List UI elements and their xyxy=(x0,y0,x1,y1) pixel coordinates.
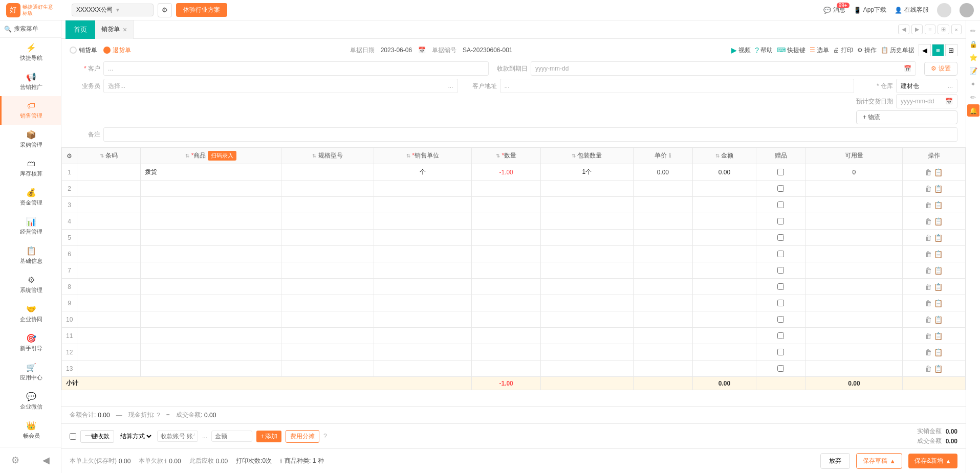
gift-checkbox[interactable] xyxy=(777,332,784,339)
gift-cell[interactable] xyxy=(756,361,805,377)
product-cell[interactable] xyxy=(141,213,281,230)
qty-cell[interactable] xyxy=(472,311,541,328)
delete-row-btn[interactable]: 🗑 xyxy=(925,201,932,209)
product-cell[interactable] xyxy=(141,246,281,262)
radio-sales-btn[interactable] xyxy=(70,47,77,54)
sort-icon6[interactable]: ⇅ xyxy=(572,153,576,159)
amount-cell[interactable] xyxy=(693,246,756,262)
amount-cell[interactable] xyxy=(693,230,756,246)
amount-cell[interactable] xyxy=(693,328,756,344)
product-cell[interactable] xyxy=(141,328,281,344)
barcode-cell[interactable] xyxy=(77,197,141,213)
product-cell[interactable] xyxy=(141,262,281,279)
sidebar-item-wechat[interactable]: 💬 企业微信 xyxy=(0,387,61,416)
radio-return[interactable]: 退货单 xyxy=(103,46,131,55)
unit-price-cell[interactable] xyxy=(633,361,693,377)
settings-button[interactable]: ⚙ xyxy=(158,3,172,17)
copy-row-btn[interactable]: 📋 xyxy=(934,316,943,324)
right-panel-btn-3[interactable]: ⭐ xyxy=(967,51,979,63)
tab-close-icon[interactable]: × xyxy=(123,26,127,34)
pack-qty-cell[interactable] xyxy=(541,279,633,295)
spec-cell[interactable] xyxy=(281,262,374,279)
sidebar-item-system[interactable]: ⚙ 系统管理 xyxy=(0,270,61,299)
sort-icon7[interactable]: ⇅ xyxy=(715,153,720,159)
scan-button[interactable]: 扫码录入 xyxy=(208,151,236,161)
unit-cell[interactable] xyxy=(374,246,472,262)
collect-date-input[interactable]: yyyy-mm-dd 📅 xyxy=(531,61,916,76)
gift-checkbox[interactable] xyxy=(777,300,784,306)
add-payment-btn[interactable]: + 添加 xyxy=(256,431,281,442)
pack-qty-cell[interactable] xyxy=(541,213,633,230)
right-panel-btn-5[interactable]: ✦ xyxy=(967,78,979,90)
info-icon2[interactable]: ℹ xyxy=(164,458,167,465)
copy-row-btn[interactable]: 📋 xyxy=(934,168,943,176)
pack-qty-cell[interactable]: 1个 xyxy=(541,164,633,181)
sidebar-item-newbie[interactable]: 🎯 新手引导 xyxy=(0,328,61,357)
amount-cell[interactable] xyxy=(693,295,756,311)
gift-cell[interactable] xyxy=(756,213,805,230)
qty-cell[interactable] xyxy=(472,246,541,262)
barcode-cell[interactable] xyxy=(77,328,141,344)
product-cell[interactable]: 拨货 xyxy=(141,164,281,181)
delete-row-btn[interactable]: 🗑 xyxy=(925,365,932,373)
calendar-icon3[interactable]: 📅 xyxy=(945,98,953,105)
delete-row-btn[interactable]: 🗑 xyxy=(925,250,932,258)
spec-cell[interactable] xyxy=(281,164,374,181)
payment-help-icon[interactable]: ? xyxy=(323,433,327,440)
right-panel-btn-6[interactable]: ✏ xyxy=(967,91,979,103)
gift-checkbox[interactable] xyxy=(777,283,784,290)
delete-row-btn[interactable]: 🗑 xyxy=(925,283,932,291)
customer-input[interactable]: ... xyxy=(103,61,489,76)
sort-icon4[interactable]: ⇅ xyxy=(406,153,410,159)
copy-row-btn[interactable]: 📋 xyxy=(934,283,943,291)
gift-cell[interactable] xyxy=(756,230,805,246)
radio-return-btn[interactable] xyxy=(103,47,111,54)
product-cell[interactable] xyxy=(141,181,281,197)
unit-price-cell[interactable] xyxy=(633,311,693,328)
grid-view-btn[interactable]: ⊞ xyxy=(938,25,949,34)
copy-row-btn[interactable]: 📋 xyxy=(934,234,943,242)
copy-row-btn[interactable]: 📋 xyxy=(934,217,943,226)
product-cell[interactable] xyxy=(141,311,281,328)
sidebar-collapse-btn[interactable]: ◀ xyxy=(38,451,54,470)
spec-cell[interactable] xyxy=(281,279,374,295)
note-input[interactable] xyxy=(103,127,957,142)
gift-cell[interactable] xyxy=(756,295,805,311)
unit-cell[interactable] xyxy=(374,181,472,197)
spec-cell[interactable] xyxy=(281,181,374,197)
trial-button[interactable]: 体验行业方案 xyxy=(176,3,227,17)
gift-cell[interactable] xyxy=(756,262,805,279)
copy-row-btn[interactable]: 📋 xyxy=(934,332,943,340)
barcode-cell[interactable] xyxy=(77,344,141,361)
sidebar-item-inventory[interactable]: 🗃 库存核算 xyxy=(0,154,61,183)
gift-checkbox[interactable] xyxy=(777,316,784,323)
message-button[interactable]: 💬 消息 99+ xyxy=(823,6,845,14)
calendar-icon[interactable]: 📅 xyxy=(418,47,426,54)
gift-cell[interactable] xyxy=(756,181,805,197)
copy-row-btn[interactable]: 📋 xyxy=(934,266,943,275)
amount-cell[interactable] xyxy=(693,213,756,230)
delete-row-btn[interactable]: 🗑 xyxy=(925,185,932,193)
delete-row-btn[interactable]: 🗑 xyxy=(925,348,932,356)
qty-cell[interactable] xyxy=(472,181,541,197)
delete-row-btn[interactable]: 🗑 xyxy=(925,299,932,307)
barcode-cell[interactable] xyxy=(77,246,141,262)
sidebar-item-basic[interactable]: 📋 基础信息 xyxy=(0,241,61,270)
delete-row-btn[interactable]: 🗑 xyxy=(925,316,932,324)
delete-row-btn[interactable]: 🗑 xyxy=(925,234,932,242)
setting-button[interactable]: ⚙ 设置 xyxy=(924,62,957,76)
operate-btn[interactable]: ⚙ 操作 xyxy=(857,46,877,55)
unit-price-cell[interactable] xyxy=(633,181,693,197)
gift-checkbox[interactable] xyxy=(777,218,784,224)
save-draft-button[interactable]: 保存草稿 ▲ xyxy=(856,453,902,469)
gift-cell[interactable] xyxy=(756,197,805,213)
sidebar-item-member[interactable]: 👑 畅会员 xyxy=(0,416,61,445)
sidebar-item-sales[interactable]: 🏷 销售管理 xyxy=(0,96,61,125)
pack-qty-cell[interactable] xyxy=(541,230,633,246)
online-service-button[interactable]: 👤 在线客服 xyxy=(895,6,929,14)
sidebar-item-operation[interactable]: 📊 经营管理 xyxy=(0,212,61,241)
sidebar-search[interactable]: 🔍 搜索菜单 xyxy=(0,20,61,38)
unit-cell[interactable] xyxy=(374,311,472,328)
amount-cell[interactable] xyxy=(693,181,756,197)
copy-row-btn[interactable]: 📋 xyxy=(934,299,943,307)
